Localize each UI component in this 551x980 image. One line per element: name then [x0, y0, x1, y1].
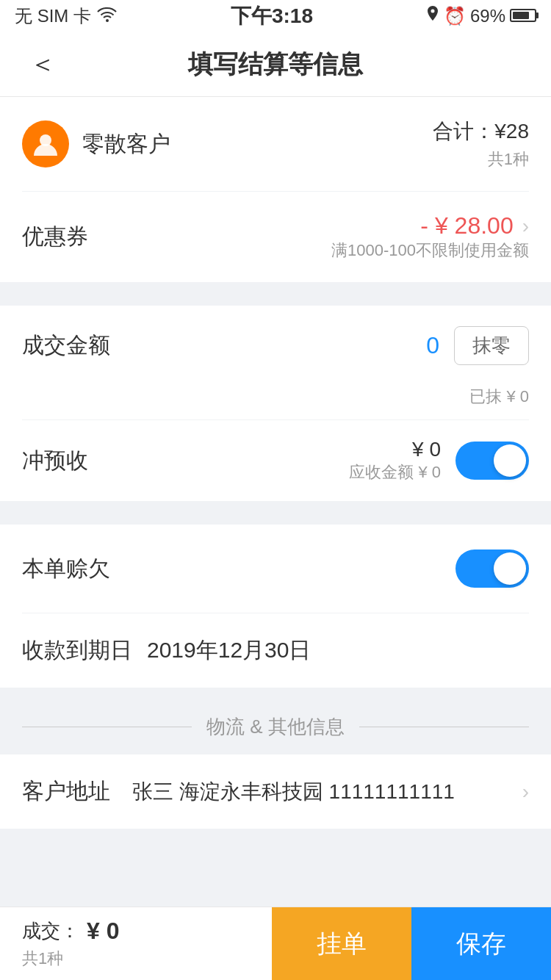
wifi-icon: [97, 6, 118, 26]
customer-summary: 合计：¥28 共1种: [433, 118, 529, 170]
nav-bar: ＜ 填写结算等信息: [0, 32, 551, 97]
arrears-row: 本单赊欠: [22, 525, 529, 613]
logistics-line-left: [22, 727, 192, 727]
bottom-info: 成交： ¥ 0 共1种: [0, 907, 272, 980]
content: 零散客户 合计：¥28 共1种 优惠券 - ¥ 28.00 › 满1000-10…: [0, 97, 551, 980]
address-section: 客户地址 张三 海淀永丰科技园 11111111111 ›: [0, 754, 551, 829]
address-row[interactable]: 客户地址 张三 海淀永丰科技园 11111111111 ›: [22, 754, 529, 829]
section-separator-2: [0, 501, 551, 513]
customer-total: 合计：¥28: [433, 118, 529, 145]
precharge-values: ¥ 0 应收金额 ¥ 0: [349, 438, 441, 483]
precharge-section: 冲预收 ¥ 0 应收金额 ¥ 0: [0, 419, 551, 501]
bottom-deal: 成交： ¥ 0: [22, 918, 272, 945]
coupon-row[interactable]: 优惠券 - ¥ 28.00 › 满1000-100不限制使用金额: [0, 192, 551, 282]
transaction-right: 0 抹零: [426, 326, 529, 365]
arrears-toggle[interactable]: [455, 550, 529, 588]
address-label: 客户地址: [22, 777, 110, 807]
battery-icon: [510, 9, 536, 22]
precharge-sub: 应收金额 ¥ 0: [349, 461, 441, 483]
address-value: 张三 海淀永丰科技园 11111111111: [132, 778, 515, 806]
section-separator-1: [0, 294, 551, 306]
page-title: 填写结算等信息: [188, 48, 363, 82]
bottom-deal-label: 成交：: [22, 918, 79, 944]
transaction-label: 成交金额: [22, 331, 110, 361]
toggle-circle: [494, 444, 526, 477]
logistics-text: 物流 & 其他信息: [206, 714, 345, 740]
status-time: 下午3:18: [231, 2, 313, 30]
customer-avatar: [22, 120, 69, 167]
coupon-discount: - ¥ 28.00: [420, 212, 513, 239]
customer-row: 零散客户 合计：¥28 共1种: [0, 97, 551, 191]
logistics-header: 物流 & 其他信息: [0, 699, 551, 754]
transaction-row: 成交金额 0 抹零: [22, 306, 529, 386]
status-bar: 无 SIM 卡 下午3:18 ⏰ 69%: [0, 0, 551, 32]
transaction-value: 0: [426, 332, 439, 359]
alarm-icon: ⏰: [444, 6, 466, 26]
location-icon: [426, 6, 439, 26]
precharge-label: 冲预收: [22, 446, 88, 476]
transaction-sub: 已抹 ¥ 0: [22, 386, 529, 419]
bottom-count: 共1种: [22, 948, 272, 970]
section-separator-3: [0, 688, 551, 699]
precharge-amount: ¥ 0: [349, 438, 441, 461]
customer-card: 零散客户 合计：¥28 共1种 优惠券 - ¥ 28.00 › 满1000-10…: [0, 97, 551, 282]
precharge-toggle[interactable]: [455, 442, 529, 480]
duedate-label: 收款到期日: [22, 635, 132, 666]
battery-text: 69%: [470, 6, 505, 26]
arrears-label: 本单赊欠: [22, 554, 110, 584]
status-carrier: 无 SIM 卡: [15, 4, 118, 28]
address-chevron-icon: ›: [522, 780, 529, 804]
coupon-label: 优惠券: [22, 222, 88, 252]
bottom-bar: 成交： ¥ 0 共1种 挂单 保存: [0, 907, 551, 980]
coupon-chevron-icon: ›: [522, 215, 529, 238]
arrears-section: 本单赊欠: [0, 525, 551, 613]
precharge-row: 冲预收 ¥ 0 应收金额 ¥ 0: [22, 419, 529, 501]
duedate-value: 2019年12月30日: [147, 635, 311, 666]
duedate-section: 收款到期日 2019年12月30日: [0, 613, 551, 688]
status-right: ⏰ 69%: [426, 6, 536, 26]
duedate-row: 收款到期日 2019年12月30日: [22, 613, 529, 688]
customer-left: 零散客户: [22, 120, 170, 167]
round-zero-button[interactable]: 抹零: [454, 326, 529, 365]
arrears-toggle-circle: [494, 552, 526, 585]
hold-button[interactable]: 挂单: [272, 907, 411, 980]
coupon-sub: 满1000-100不限制使用金额: [331, 239, 529, 262]
logistics-line-right: [359, 727, 529, 727]
bottom-deal-amount: ¥ 0: [87, 918, 119, 945]
save-button[interactable]: 保存: [411, 907, 551, 980]
back-button[interactable]: ＜: [22, 39, 63, 90]
precharge-right: ¥ 0 应收金额 ¥ 0: [349, 438, 529, 483]
carrier-text: 无 SIM 卡: [15, 4, 91, 28]
customer-count: 共1种: [433, 148, 529, 170]
customer-name: 零散客户: [82, 129, 170, 159]
transaction-section: 成交金额 0 抹零 已抹 ¥ 0: [0, 306, 551, 419]
